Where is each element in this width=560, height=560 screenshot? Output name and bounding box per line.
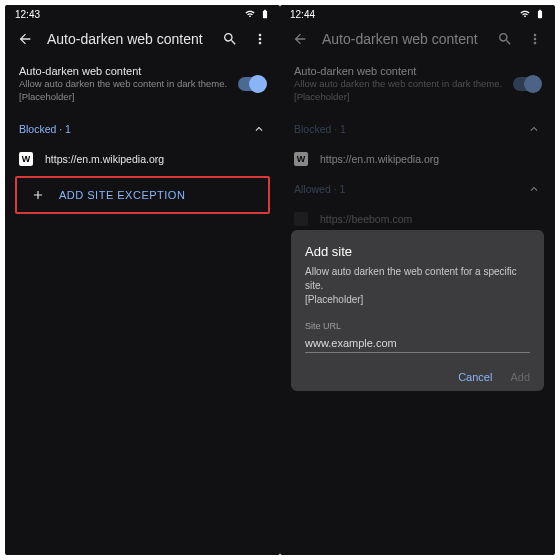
app-bar: Auto-darken web content (5, 23, 280, 55)
dialog-actions: Cancel Add (305, 371, 530, 383)
dialog-title: Add site (305, 244, 530, 259)
cancel-button[interactable]: Cancel (458, 371, 492, 383)
phone-left: 12:43 Auto-darken web content Auto-darke… (5, 5, 280, 555)
blocked-label: Blocked · 1 (294, 123, 346, 135)
setting-title: Auto-darken web content (19, 65, 228, 77)
add-site-dialog: Add site Allow auto darken the web conte… (291, 230, 544, 391)
site-url-input[interactable]: www.example.com (305, 333, 530, 353)
setting-title: Auto-darken web content (294, 65, 503, 77)
back-icon[interactable] (292, 31, 308, 47)
back-icon[interactable] (17, 31, 33, 47)
status-bar: 12:43 (5, 5, 280, 23)
setting-desc-2: [Placeholder] (294, 91, 503, 103)
add-label: ADD SITE EXCEPTION (59, 189, 185, 201)
setting-toggle-row[interactable]: Auto-darken web content Allow auto darke… (5, 55, 280, 114)
wikipedia-icon: W (19, 152, 33, 166)
status-bar: 12:44 (280, 5, 555, 23)
setting-desc-1: Allow auto darken the web content in dar… (294, 78, 503, 90)
content: Auto-darken web content Allow auto darke… (280, 55, 555, 234)
setting-desc-1: Allow auto darken the web content in dar… (19, 78, 228, 90)
toggle-switch[interactable] (513, 77, 541, 91)
blocked-label: Blocked · 1 (19, 123, 71, 135)
site-row-beebom[interactable]: https://beebom.com (280, 204, 555, 234)
site-url: https://en.m.wikipedia.org (45, 153, 164, 165)
dialog-desc-1: Allow auto darken the web content for a … (305, 265, 530, 293)
chevron-up-icon (527, 122, 541, 136)
page-title: Auto-darken web content (322, 31, 483, 47)
status-time: 12:44 (290, 9, 315, 20)
add-button[interactable]: Add (510, 371, 530, 383)
setting-desc-2: [Placeholder] (19, 91, 228, 103)
add-site-exception-button[interactable]: ADD SITE EXCEPTION (17, 178, 268, 212)
toggle-switch[interactable] (238, 77, 266, 91)
allowed-label: Allowed · 1 (294, 183, 345, 195)
search-icon[interactable] (222, 31, 238, 47)
wifi-icon (245, 9, 255, 19)
status-time: 12:43 (15, 9, 40, 20)
plus-icon (31, 188, 45, 202)
dialog-input-label: Site URL (305, 321, 530, 331)
blocked-section-header[interactable]: Blocked · 1 (5, 114, 280, 144)
site-url: https://beebom.com (320, 213, 412, 225)
chevron-up-icon (527, 182, 541, 196)
app-bar: Auto-darken web content (280, 23, 555, 55)
battery-icon (260, 9, 270, 19)
search-icon[interactable] (497, 31, 513, 47)
site-icon (294, 212, 308, 226)
phone-right: 12:44 Auto-darken web content Auto-darke… (280, 5, 555, 555)
dialog-desc-2: [Placeholder] (305, 293, 530, 307)
highlight-box: ADD SITE EXCEPTION (15, 176, 270, 214)
wifi-icon (520, 9, 530, 19)
site-url: https://en.m.wikipedia.org (320, 153, 439, 165)
page-title: Auto-darken web content (47, 31, 208, 47)
setting-toggle-row[interactable]: Auto-darken web content Allow auto darke… (280, 55, 555, 114)
status-right (245, 9, 270, 19)
allowed-section-header[interactable]: Allowed · 1 (280, 174, 555, 204)
status-right (520, 9, 545, 19)
content: Auto-darken web content Allow auto darke… (5, 55, 280, 214)
more-icon[interactable] (252, 31, 268, 47)
more-icon[interactable] (527, 31, 543, 47)
battery-icon (535, 9, 545, 19)
blocked-section-header[interactable]: Blocked · 1 (280, 114, 555, 144)
site-row-wikipedia[interactable]: W https://en.m.wikipedia.org (280, 144, 555, 174)
chevron-up-icon (252, 122, 266, 136)
site-row-wikipedia[interactable]: W https://en.m.wikipedia.org (5, 144, 280, 174)
wikipedia-icon: W (294, 152, 308, 166)
